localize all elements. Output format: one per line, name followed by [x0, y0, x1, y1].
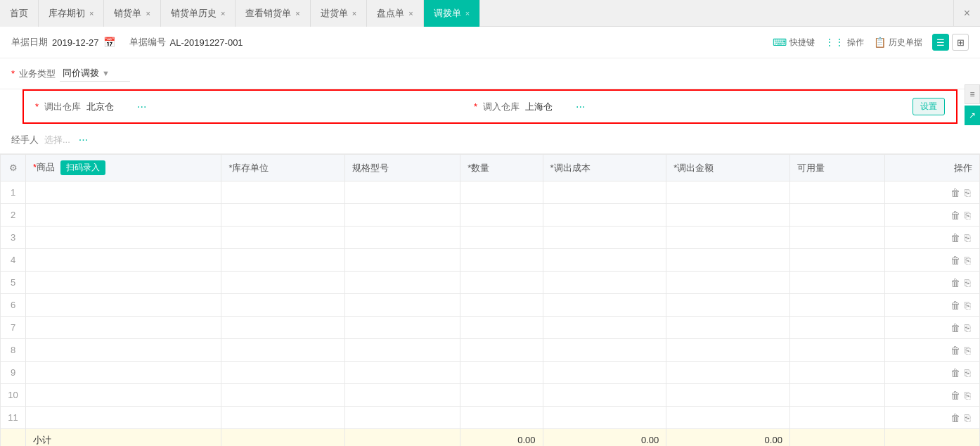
- table-cell[interactable]: [460, 204, 543, 227]
- table-cell[interactable]: [26, 272, 221, 294]
- table-cell[interactable]: [221, 204, 345, 227]
- table-cell[interactable]: [345, 181, 460, 204]
- table-cell[interactable]: [221, 249, 345, 272]
- tab-inventory-count-close[interactable]: ×: [408, 9, 413, 18]
- table-cell[interactable]: [26, 181, 221, 204]
- scan-entry-button[interactable]: 扫码录入: [60, 160, 105, 175]
- table-cell[interactable]: [543, 181, 666, 204]
- table-cell[interactable]: [789, 204, 884, 227]
- table-cell[interactable]: [460, 317, 543, 339]
- table-cell[interactable]: [460, 384, 543, 407]
- tab-view-sales-close[interactable]: ×: [295, 9, 299, 18]
- table-cell[interactable]: [789, 249, 884, 272]
- table-cell[interactable]: [26, 204, 221, 227]
- right-panel-list-button[interactable]: ≡: [965, 84, 980, 104]
- table-cell[interactable]: [543, 227, 666, 249]
- table-cell[interactable]: [26, 384, 221, 407]
- table-cell[interactable]: [345, 339, 460, 362]
- table-cell[interactable]: [543, 362, 666, 384]
- table-cell[interactable]: [460, 407, 543, 429]
- in-warehouse-more-button[interactable]: ···: [573, 101, 588, 113]
- table-cell[interactable]: [543, 272, 666, 294]
- table-cell[interactable]: [543, 384, 666, 407]
- tab-view-sales[interactable]: 查看销货单 ×: [236, 0, 310, 27]
- table-cell[interactable]: [543, 204, 666, 227]
- setting-button[interactable]: 设置: [913, 98, 945, 115]
- table-cell[interactable]: [543, 339, 666, 362]
- table-cell[interactable]: [789, 362, 884, 384]
- tab-inventory-init-close[interactable]: ×: [89, 9, 94, 18]
- tab-sales-order[interactable]: 销货单 ×: [104, 0, 160, 27]
- table-cell[interactable]: [666, 249, 790, 272]
- copy-row-button[interactable]: ⎘: [965, 367, 970, 378]
- table-cell[interactable]: [221, 227, 345, 249]
- table-cell[interactable]: [460, 181, 543, 204]
- table-cell[interactable]: [345, 407, 460, 429]
- table-cell[interactable]: [221, 339, 345, 362]
- operation-button[interactable]: ⋮⋮ 操作: [825, 37, 864, 49]
- table-cell[interactable]: [666, 294, 790, 317]
- table-cell[interactable]: [789, 294, 884, 317]
- business-type-dropdown[interactable]: 同价调拨 ▼: [60, 65, 130, 82]
- copy-row-button[interactable]: ⎘: [965, 210, 970, 221]
- table-cell[interactable]: [221, 181, 345, 204]
- out-warehouse-more-button[interactable]: ···: [134, 101, 149, 113]
- table-cell[interactable]: [543, 294, 666, 317]
- grid-view-button[interactable]: ⊞: [952, 34, 969, 51]
- table-cell[interactable]: [666, 317, 790, 339]
- tab-home[interactable]: 首页: [0, 0, 39, 27]
- gear-col-header[interactable]: ⚙: [1, 155, 26, 181]
- table-cell[interactable]: [221, 362, 345, 384]
- table-cell[interactable]: [460, 249, 543, 272]
- table-cell[interactable]: [345, 384, 460, 407]
- table-cell[interactable]: [26, 362, 221, 384]
- copy-row-button[interactable]: ⎘: [965, 412, 970, 423]
- table-cell[interactable]: [460, 227, 543, 249]
- table-cell[interactable]: [345, 249, 460, 272]
- table-cell[interactable]: [789, 384, 884, 407]
- table-cell[interactable]: [543, 249, 666, 272]
- delete-row-button[interactable]: 🗑: [950, 277, 960, 288]
- table-cell[interactable]: [26, 249, 221, 272]
- list-view-button[interactable]: ☰: [932, 34, 949, 51]
- table-cell[interactable]: [789, 317, 884, 339]
- table-cell[interactable]: [666, 407, 790, 429]
- copy-row-button[interactable]: ⎘: [965, 232, 970, 243]
- tab-transfer[interactable]: 调拨单 ×: [424, 0, 480, 27]
- tab-purchase-order[interactable]: 进货单 ×: [311, 0, 367, 27]
- tab-inventory-count[interactable]: 盘点单 ×: [367, 0, 423, 27]
- table-cell[interactable]: [789, 227, 884, 249]
- handler-more-button[interactable]: ···: [76, 134, 91, 146]
- delete-row-button[interactable]: 🗑: [950, 255, 960, 266]
- table-cell[interactable]: [26, 317, 221, 339]
- table-cell[interactable]: [666, 272, 790, 294]
- handler-input[interactable]: 选择...: [44, 134, 70, 146]
- right-panel-export-button[interactable]: ↗: [965, 106, 980, 125]
- table-cell[interactable]: [460, 272, 543, 294]
- history-button[interactable]: 📋 历史单据: [874, 37, 922, 49]
- table-cell[interactable]: [666, 384, 790, 407]
- table-cell[interactable]: [221, 294, 345, 317]
- table-cell[interactable]: [345, 317, 460, 339]
- delete-row-button[interactable]: 🗑: [950, 412, 960, 423]
- delete-row-button[interactable]: 🗑: [950, 322, 960, 333]
- copy-row-button[interactable]: ⎘: [965, 187, 970, 198]
- calendar-icon[interactable]: 📅: [103, 37, 115, 48]
- table-cell[interactable]: [789, 181, 884, 204]
- table-cell[interactable]: [460, 362, 543, 384]
- table-cell[interactable]: [221, 407, 345, 429]
- copy-row-button[interactable]: ⎘: [965, 345, 970, 356]
- table-cell[interactable]: [345, 227, 460, 249]
- table-cell[interactable]: [460, 294, 543, 317]
- table-cell[interactable]: [543, 317, 666, 339]
- table-cell[interactable]: [26, 407, 221, 429]
- table-cell[interactable]: [666, 362, 790, 384]
- table-cell[interactable]: [789, 407, 884, 429]
- delete-row-button[interactable]: 🗑: [950, 232, 960, 243]
- table-cell[interactable]: [345, 272, 460, 294]
- tab-sales-history[interactable]: 销货单历史 ×: [161, 0, 236, 27]
- table-cell[interactable]: [543, 407, 666, 429]
- delete-row-button[interactable]: 🗑: [950, 210, 960, 221]
- table-cell[interactable]: [221, 272, 345, 294]
- tab-sales-history-close[interactable]: ×: [221, 9, 225, 18]
